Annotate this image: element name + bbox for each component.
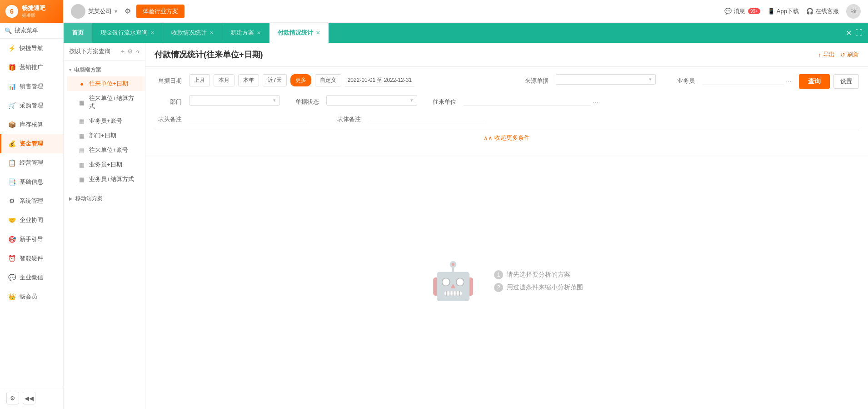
custom-date-btn[interactable]: 自定义: [315, 74, 341, 86]
sidebar-item-sales[interactable]: 📊 销售管理: [0, 77, 63, 96]
sidebar-item-system[interactable]: ⚙ 系统管理: [0, 192, 63, 211]
tab-bank[interactable]: 现金银行流水查询 ✕: [92, 23, 163, 43]
tab-new-close[interactable]: ✕: [257, 30, 261, 36]
query-btn[interactable]: 查询: [799, 74, 830, 89]
quick-icon: ⚡: [8, 44, 16, 52]
mobile-section-toggle[interactable]: ▶ 移动端方案: [64, 192, 145, 205]
scheme-item-unit-settle[interactable]: ▦ 往来单位+结算方式: [67, 91, 145, 114]
more-date-btn[interactable]: 更多: [290, 74, 311, 86]
sidebar-item-fund[interactable]: 💰 资金管理: [0, 134, 63, 153]
main-area: 某某公司 ▾ ⚙ 体验行业方案 💬 消息 99+ 📱 App下载 🎧 在线客服 …: [64, 0, 868, 409]
close-all-tabs-btn[interactable]: ✕: [846, 29, 852, 37]
refresh-btn[interactable]: ↺ 刷新: [840, 50, 859, 59]
pc-section-toggle[interactable]: ▾ 电脑端方案: [64, 63, 145, 76]
scheme-item-unit-date[interactable]: ● 往来单位+日期: [67, 76, 145, 91]
enterprise-icon: 🤝: [8, 216, 16, 224]
partner-more-btn[interactable]: …: [593, 97, 599, 104]
sidebar-item-enterprise[interactable]: 🤝 企业协同: [0, 211, 63, 230]
header-note-input[interactable]: [189, 112, 307, 123]
tab-new[interactable]: 新建方案 ✕: [222, 23, 269, 43]
sidebar-item-member[interactable]: 👑 畅会员: [0, 287, 63, 306]
this-month-btn[interactable]: 本月: [214, 74, 234, 86]
scheme-item-icon-dept-date: ▦: [78, 132, 85, 139]
trial-button[interactable]: 体验行业方案: [136, 5, 185, 18]
dept-select[interactable]: ▾: [189, 95, 280, 106]
sidebar-item-member-label: 畅会员: [20, 293, 37, 301]
page-title: 付款情况统计(往来单位+日期): [155, 49, 263, 60]
tab-payment-close[interactable]: ✕: [316, 30, 320, 36]
scheme-add-btn[interactable]: +: [121, 48, 125, 55]
messages-btn[interactable]: 💬 消息 99+: [724, 7, 760, 15]
tab-new-label: 新建方案: [230, 29, 254, 37]
collapse-bar[interactable]: ∧∧ 收起更多条件: [155, 130, 859, 146]
wechat-icon: 💬: [8, 273, 16, 282]
sidebar-item-quick-label: 快捷导航: [20, 44, 43, 52]
scheme-item-unit-account[interactable]: ▤ 往来单位+账号: [67, 143, 145, 157]
tab-home[interactable]: 首页: [64, 23, 92, 43]
filter-row-1: 单据日期 上月 本月 本年 近7天 更多 自定义 2022-01-01 至 20…: [155, 74, 859, 89]
scheme-item-salesman-date[interactable]: ▦ 业务员+日期: [67, 157, 145, 172]
sidebar-item-basic-label: 基础信息: [20, 178, 43, 186]
sidebar-item-hardware[interactable]: ⏰ 智能硬件: [0, 249, 63, 268]
hint-num-1: 1: [494, 270, 503, 279]
collapse-sidebar-btn[interactable]: ◀◀: [23, 392, 35, 404]
scheme-item-icon-salesman-date: ▦: [78, 162, 85, 168]
scheme-collapse-btn[interactable]: «: [136, 48, 140, 55]
company-name: 某某公司: [88, 7, 112, 15]
tab-receipt[interactable]: 收款情况统计 ✕: [163, 23, 222, 43]
sidebar-item-guide[interactable]: 🎯 新手引导: [0, 230, 63, 249]
scheme-settings-btn[interactable]: ⚙: [127, 48, 133, 55]
sidebar-item-purchase[interactable]: 🛒 采购管理: [0, 96, 63, 115]
sidebar-item-wechat[interactable]: 💬 企业微信: [0, 268, 63, 287]
refresh-label: 刷新: [847, 50, 859, 59]
last-7days-btn[interactable]: 近7天: [263, 74, 287, 86]
sidebar: 6 畅捷通吧 标准版 🔍 搜索菜单 ⚡ 快捷导航 🎁 营销推广 📊 销售管理 🛒…: [0, 0, 64, 409]
voucher-status-select[interactable]: ▾: [326, 95, 417, 106]
sidebar-item-marketing[interactable]: 🎁 营销推广: [0, 58, 63, 77]
scheme-panel-title: 按以下方案查询: [69, 47, 110, 56]
pc-section-label: 电脑端方案: [74, 66, 101, 74]
company-dropdown-icon[interactable]: ▾: [115, 8, 117, 15]
app-download-btn[interactable]: 📱 App下载: [768, 7, 799, 15]
scheme-item-salesman-account-label: 业务员+账号: [89, 117, 122, 125]
topbar-right: 💬 消息 99+ 📱 App下载 🎧 在线客服 Rit: [724, 4, 861, 19]
scheme-item-salesman-account[interactable]: ▦ 业务员+账号: [67, 114, 145, 128]
this-year-btn[interactable]: 本年: [238, 74, 259, 86]
mobile-section-label: 移动端方案: [75, 195, 103, 202]
sidebar-item-inventory[interactable]: 📦 库存核算: [0, 115, 63, 134]
settings-footer-btn[interactable]: ⚙: [6, 392, 19, 404]
page-area: 按以下方案查询 + ⚙ « ▾ 电脑端方案 ● 往来单位+日期: [64, 43, 868, 409]
export-btn[interactable]: ↑ 导出: [818, 50, 835, 59]
filter-row-2: 部门 ▾ 单据状态 ▾ 往来单位 …: [155, 95, 859, 106]
scheme-item-unit-settle-label: 往来单位+结算方式: [89, 94, 140, 111]
user-avatar[interactable]: Rit: [846, 4, 861, 19]
sidebar-search-row[interactable]: 🔍 搜索菜单: [0, 23, 63, 39]
salesman-label: 业务员: [663, 74, 695, 85]
collapse-label: 收起更多条件: [494, 134, 530, 142]
app-name: 畅捷通吧: [22, 4, 45, 12]
online-service-btn[interactable]: 🎧 在线客服: [806, 7, 839, 15]
empty-hint-1: 1 请先选择要分析的方案: [494, 270, 583, 279]
topbar-gear-icon[interactable]: ⚙: [125, 7, 131, 15]
sidebar-item-operation[interactable]: 📋 经营管理: [0, 153, 63, 172]
tab-receipt-close[interactable]: ✕: [210, 30, 214, 36]
settings-btn[interactable]: 设置: [833, 74, 859, 89]
sidebar-item-purchase-label: 采购管理: [20, 101, 43, 110]
salesman-more-btn[interactable]: …: [786, 76, 792, 83]
sidebar-item-sales-label: 销售管理: [20, 82, 43, 91]
tab-bank-close[interactable]: ✕: [150, 30, 155, 36]
body-note-input[interactable]: [368, 112, 486, 123]
last-month-btn[interactable]: 上月: [189, 74, 210, 86]
collapse-icon: ∧∧: [484, 135, 493, 141]
scheme-item-dept-date[interactable]: ▦ 部门+日期: [67, 128, 145, 143]
expand-tabs-btn[interactable]: ⛶: [855, 29, 863, 37]
salesman-input[interactable]: [702, 74, 784, 85]
sidebar-item-quick[interactable]: ⚡ 快捷导航: [0, 39, 63, 58]
scheme-item-salesman-settle[interactable]: ▦ 业务员+结算方式: [67, 172, 145, 187]
tab-payment[interactable]: 付款情况统计 ✕: [269, 23, 329, 43]
guide-icon: 🎯: [8, 235, 16, 243]
purchase-icon: 🛒: [8, 101, 16, 110]
partner-input[interactable]: [464, 95, 591, 106]
source-select[interactable]: ▾: [556, 74, 656, 85]
sidebar-item-basic[interactable]: 📑 基础信息: [0, 172, 63, 192]
